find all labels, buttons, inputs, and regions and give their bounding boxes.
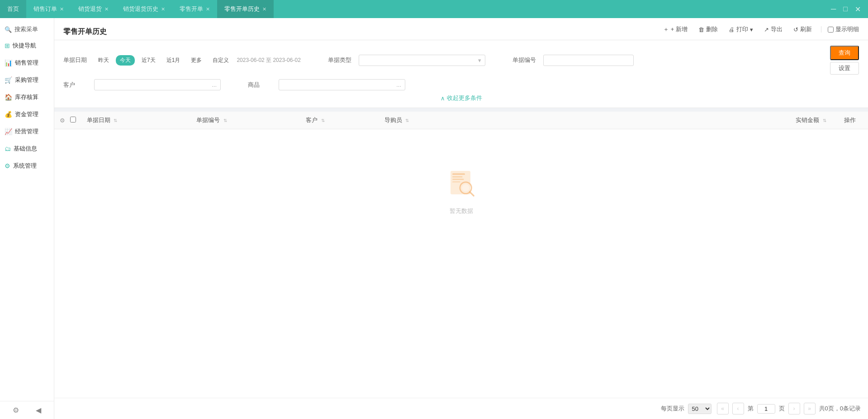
date-btn-今天[interactable]: 今天 bbox=[116, 55, 135, 66]
th-amount[interactable]: 实销金额 ⇅ bbox=[473, 112, 832, 129]
date-btn-近7天[interactable]: 近7天 bbox=[138, 55, 160, 66]
sidebar-item-quick-nav[interactable]: ⊞ 快捷导航 bbox=[0, 37, 54, 54]
last-page-btn[interactable]: » bbox=[804, 403, 816, 414]
pagination-bar: 每页显示 102050100 « ‹ 第 页 › » 共0页，0条记录 bbox=[54, 398, 868, 419]
customer-group: 客户 ... bbox=[63, 79, 221, 90]
sidebar-label-inventory: 库存核算 bbox=[15, 93, 38, 101]
goods-select[interactable]: ... bbox=[279, 79, 405, 90]
tab-home[interactable]: 首页 bbox=[0, 0, 26, 18]
sidebar-icon-finance: 💰 bbox=[5, 111, 12, 118]
order-no-label: 单据编号 bbox=[512, 56, 540, 64]
svg-rect-3 bbox=[452, 179, 464, 180]
th-checkbox: ⚙ bbox=[54, 112, 81, 129]
sidebar-label-quick-nav: 快捷导航 bbox=[13, 42, 36, 50]
sidebar-icon-base-info: 🗂 bbox=[5, 145, 11, 152]
table-container: ⚙ 单据日期 ⇅ 单据编号 ⇅ bbox=[54, 112, 868, 419]
filter-row-1: 单据日期 昨天今天近7天近1月更多自定义 2023-06-02 至 2023-0… bbox=[63, 46, 859, 75]
customer-select[interactable]: ... bbox=[94, 79, 221, 90]
select-all-checkbox[interactable] bbox=[70, 117, 76, 122]
sort-date-icon: ⇅ bbox=[114, 118, 117, 123]
date-btn-近1月[interactable]: 近1月 bbox=[162, 55, 185, 66]
tab-close-icon[interactable]: ✕ bbox=[206, 6, 210, 12]
top-bar: 首页销售订单✕销货退货✕销货退货历史✕零售开单✕零售开单历史✕ ─ □ ✕ bbox=[0, 0, 868, 18]
order-type-label: 单据类型 bbox=[328, 56, 355, 64]
tab-retail-history[interactable]: 零售开单历史✕ bbox=[217, 0, 274, 18]
window-actions: ─ □ ✕ bbox=[829, 3, 868, 15]
per-page-select[interactable]: 102050100 bbox=[688, 404, 711, 414]
tab-close-icon[interactable]: ✕ bbox=[161, 6, 165, 12]
date-filter-group: 单据日期 昨天今天近7天近1月更多自定义 2023-06-02 至 2023-0… bbox=[63, 55, 301, 66]
export-btn[interactable]: ↗ 导出 bbox=[761, 24, 785, 35]
sidebar-icon-quick-nav: ⊞ bbox=[5, 42, 10, 49]
table-settings-icon[interactable]: ⚙ bbox=[60, 117, 65, 124]
query-btn[interactable]: 查询 bbox=[830, 46, 859, 60]
collapse-more-btn[interactable]: ∧ 收起更多条件 bbox=[63, 94, 859, 102]
delete-btn[interactable]: 🗑 删除 bbox=[696, 24, 721, 35]
date-btn-自定义[interactable]: 自定义 bbox=[209, 55, 233, 66]
tab-sales-return[interactable]: 销货退货✕ bbox=[71, 0, 116, 18]
svg-rect-2 bbox=[452, 176, 462, 177]
sidebar-label-purchase-mgmt: 采购管理 bbox=[15, 76, 38, 84]
display-checkbox[interactable] bbox=[828, 27, 834, 33]
display-toggle[interactable]: 显示明细 bbox=[828, 25, 859, 33]
next-page-btn[interactable]: › bbox=[788, 403, 800, 414]
per-page-label: 每页显示 bbox=[661, 405, 684, 413]
sidebar-item-sales-mgmt[interactable]: 📊 销售管理 bbox=[0, 54, 54, 71]
window-maximize-btn[interactable]: □ bbox=[841, 3, 849, 15]
th-date[interactable]: 单据日期 ⇅ bbox=[81, 112, 191, 129]
tab-retail-open[interactable]: 零售开单✕ bbox=[172, 0, 217, 18]
svg-rect-4 bbox=[452, 181, 460, 182]
tab-close-icon[interactable]: ✕ bbox=[262, 6, 266, 12]
refresh-btn[interactable]: ↺ 刷新 bbox=[791, 24, 815, 35]
sidebar-collapse-btn[interactable]: ◀ bbox=[36, 406, 41, 414]
print-dropdown-icon: ▾ bbox=[750, 26, 753, 33]
sidebar-item-finance[interactable]: 💰 资金管理 bbox=[0, 106, 54, 123]
order-type-dropdown-icon: ▾ bbox=[478, 57, 481, 64]
sort-no-icon: ⇅ bbox=[223, 118, 227, 123]
window-close-btn[interactable]: ✕ bbox=[853, 3, 863, 15]
svg-rect-1 bbox=[452, 174, 465, 175]
add-btn[interactable]: ＋ + 新增 bbox=[660, 24, 690, 35]
sidebar-label-sys-mgmt: 系统管理 bbox=[13, 162, 37, 170]
first-page-btn[interactable]: « bbox=[717, 403, 729, 414]
prev-page-btn[interactable]: ‹ bbox=[732, 403, 744, 414]
tab-sales-order[interactable]: 销售订单✕ bbox=[26, 0, 71, 18]
sidebar-settings-btn[interactable]: ⚙ bbox=[13, 406, 19, 414]
th-action: 操作 bbox=[832, 112, 868, 129]
page-input[interactable] bbox=[757, 404, 775, 414]
filter-row-2: 客户 ... 商品 ... bbox=[63, 79, 859, 90]
sidebar-item-sys-mgmt[interactable]: ⚙ 系统管理 bbox=[0, 157, 54, 174]
pagination-total: 共0页，0条记录 bbox=[819, 405, 861, 413]
order-no-input[interactable] bbox=[543, 55, 634, 66]
window-minimize-btn[interactable]: ─ bbox=[829, 3, 838, 15]
order-no-group: 单据编号 bbox=[512, 55, 634, 66]
print-btn[interactable]: 🖨 打印 ▾ bbox=[726, 24, 756, 35]
sidebar-item-inventory[interactable]: 🏠 库存核算 bbox=[0, 89, 54, 106]
sidebar-item-base-info[interactable]: 🗂 基础信息 bbox=[0, 140, 54, 157]
page-header: 零售开单历史 ＋ + 新增 🗑 删除 🖨 打印 ▾ ↗ 导出 bbox=[54, 18, 868, 40]
goods-group: 商品 ... bbox=[248, 79, 405, 90]
date-range-text: 2023-06-02 至 2023-06-02 bbox=[237, 56, 300, 64]
date-btn-更多[interactable]: 更多 bbox=[187, 55, 206, 66]
tab-close-icon[interactable]: ✕ bbox=[104, 6, 109, 12]
date-quick-btns: 昨天今天近7天近1月更多自定义 bbox=[94, 55, 233, 66]
order-type-select[interactable]: ▾ bbox=[359, 55, 485, 66]
sidebar-item-operations[interactable]: 📈 经营管理 bbox=[0, 123, 54, 140]
query-btn-group: 查询 设置 bbox=[830, 46, 859, 75]
date-btn-昨天[interactable]: 昨天 bbox=[94, 55, 113, 66]
settings-btn[interactable]: 设置 bbox=[830, 62, 859, 75]
page-actions: ＋ + 新增 🗑 删除 🖨 打印 ▾ ↗ 导出 ↺ bbox=[660, 24, 859, 40]
tab-label: 零售开单历史 bbox=[224, 5, 260, 13]
tab-label: 零售开单 bbox=[180, 5, 203, 13]
th-customer[interactable]: 客户 ⇅ bbox=[300, 112, 379, 129]
svg-line-6 bbox=[470, 192, 474, 196]
sidebar-search[interactable]: 🔍 搜索采单 bbox=[0, 22, 54, 37]
tab-close-icon[interactable]: ✕ bbox=[60, 6, 64, 12]
th-salesperson[interactable]: 导购员 ⇅ bbox=[379, 112, 473, 129]
th-no[interactable]: 单据编号 ⇅ bbox=[191, 112, 300, 129]
sidebar-item-purchase-mgmt[interactable]: 🛒 采购管理 bbox=[0, 71, 54, 89]
sort-salesperson-icon: ⇅ bbox=[405, 118, 409, 123]
tab-sales-return-history[interactable]: 销货退货历史✕ bbox=[116, 0, 172, 18]
content-area: 零售开单历史 ＋ + 新增 🗑 删除 🖨 打印 ▾ ↗ 导出 bbox=[54, 18, 868, 419]
svg-point-7 bbox=[462, 184, 469, 192]
